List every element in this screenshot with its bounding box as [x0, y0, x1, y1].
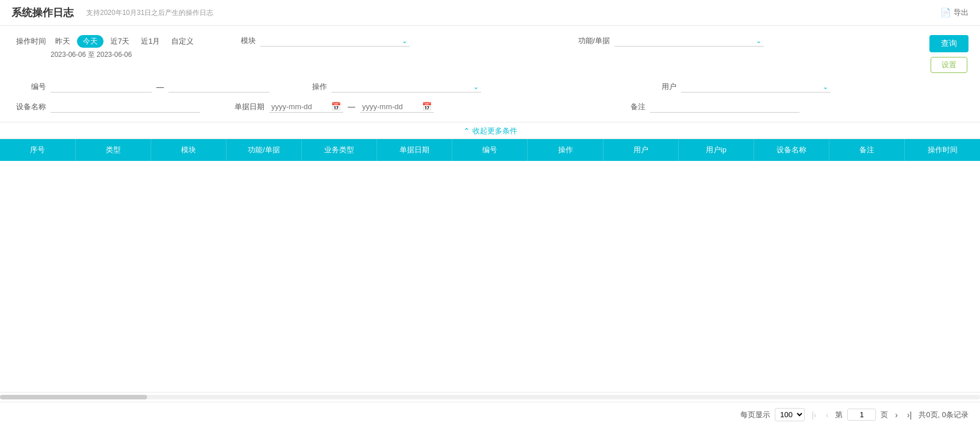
id-dash: — — [156, 83, 164, 91]
query-button[interactable]: 查询 — [929, 35, 969, 52]
table-col-功能/单据: 功能/单据 — [226, 139, 301, 161]
page-number-input[interactable]: 1 — [847, 409, 876, 421]
collapse-label: 收起更多条件 — [472, 126, 517, 136]
collapse-icon: ⌃ — [463, 126, 470, 136]
scroll-thumb[interactable] — [0, 395, 147, 399]
setting-button[interactable]: 设置 — [931, 57, 967, 73]
time-btn-yesterday[interactable]: 昨天 — [51, 35, 75, 48]
function-arrow-icon: ⌄ — [756, 37, 762, 45]
table-col-业务类型: 业务类型 — [302, 139, 377, 161]
table-col-序号: 序号 — [0, 139, 75, 161]
table-col-类型: 类型 — [75, 139, 151, 161]
page-size-select[interactable]: 100 50 200 — [775, 408, 805, 421]
data-table: 序号类型模块功能/单据业务类型单据日期编号操作用户用户ip设备名称备注操作时间 — [0, 139, 980, 161]
date-to-wrap[interactable]: 📅 — [360, 101, 434, 113]
time-btn-custom[interactable]: 自定义 — [167, 35, 198, 48]
module-arrow-icon: ⌄ — [402, 37, 408, 45]
table-header-row: 序号类型模块功能/单据业务类型单据日期编号操作用户用户ip设备名称备注操作时间 — [0, 139, 980, 161]
table-col-编号: 编号 — [452, 139, 528, 161]
table-col-用户ip: 用户ip — [678, 139, 754, 161]
time-range: 2023-06-06 至 2023-06-06 — [51, 50, 198, 60]
voucher-date-label: 单据日期 — [230, 102, 264, 112]
page-next-button[interactable]: › — [893, 409, 900, 421]
page-label: 第 — [835, 410, 843, 420]
date-dash: — — [348, 102, 355, 111]
module-input[interactable] — [263, 36, 399, 45]
calendar-to-icon[interactable]: 📅 — [422, 102, 432, 111]
export-button[interactable]: 📄 导出 — [940, 7, 969, 18]
empty-area — [0, 197, 980, 392]
time-btn-today[interactable]: 今天 — [77, 35, 103, 48]
table-col-设备名称: 设备名称 — [754, 139, 829, 161]
user-input[interactable] — [683, 82, 820, 91]
export-icon: 📄 — [940, 7, 951, 18]
page-last-button[interactable]: ›| — [905, 409, 914, 421]
page-title: 系统操作日志 — [11, 6, 74, 20]
table-col-操作: 操作 — [528, 139, 603, 161]
function-dropdown[interactable]: ⌄ — [614, 35, 764, 47]
user-arrow-icon: ⌄ — [823, 83, 828, 91]
time-btn-1month[interactable]: 近1月 — [136, 35, 164, 48]
device-input[interactable] — [51, 101, 200, 113]
collapse-button[interactable]: ⌃ 收起更多条件 — [463, 126, 517, 136]
id-from-input[interactable] — [51, 81, 152, 93]
module-label: 模块 — [221, 36, 256, 46]
operation-arrow-icon: ⌄ — [473, 83, 479, 91]
table-col-模块: 模块 — [151, 139, 226, 161]
table-col-操作时间: 操作时间 — [905, 139, 980, 161]
scroll-bar-area[interactable] — [0, 392, 980, 402]
table-col-单据日期: 单据日期 — [377, 139, 452, 161]
scroll-bar[interactable] — [0, 395, 980, 399]
id-to-input[interactable] — [168, 81, 270, 93]
page-first-button[interactable]: |‹ — [809, 409, 818, 421]
module-dropdown[interactable]: ⌄ — [260, 35, 410, 47]
time-label: 操作时间 — [11, 35, 46, 47]
time-btn-7days[interactable]: 近7天 — [106, 35, 134, 48]
date-to-input[interactable] — [362, 102, 420, 111]
id-label: 编号 — [11, 82, 46, 92]
page-prev-button[interactable]: ‹ — [824, 409, 831, 421]
calendar-from-icon[interactable]: 📅 — [331, 102, 341, 111]
function-input[interactable] — [617, 36, 754, 45]
table-col-备注: 备注 — [829, 139, 905, 161]
page-subtitle: 支持2020年10月31日之后产生的操作日志 — [86, 8, 213, 18]
operation-label: 操作 — [293, 82, 327, 92]
page-size-label: 每页显示 — [740, 410, 770, 420]
date-from-input[interactable] — [271, 102, 329, 111]
function-label: 功能/单据 — [575, 36, 610, 46]
total-label: 共0页, 0条记录 — [918, 410, 969, 420]
date-from-wrap[interactable]: 📅 — [269, 101, 343, 113]
table-footer: 每页显示 100 50 200 |‹ ‹ 第 1 页 › ›| 共0页, 0条记… — [0, 402, 980, 427]
export-label: 导出 — [954, 7, 969, 18]
device-label: 设备名称 — [11, 102, 46, 112]
remark-input[interactable] — [650, 101, 800, 113]
operation-input[interactable] — [334, 82, 471, 91]
user-dropdown[interactable]: ⌄ — [681, 81, 831, 93]
remark-label: 备注 — [611, 102, 645, 112]
operation-dropdown[interactable]: ⌄ — [332, 81, 481, 93]
table-col-用户: 用户 — [603, 139, 678, 161]
page-end-label: 页 — [881, 410, 888, 420]
user-label: 用户 — [642, 82, 677, 92]
